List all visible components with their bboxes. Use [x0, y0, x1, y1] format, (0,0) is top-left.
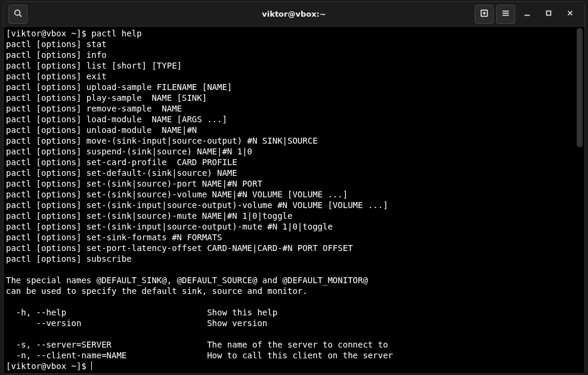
svg-line-1 — [20, 15, 22, 17]
maximize-icon — [544, 8, 553, 20]
hamburger-icon — [502, 8, 510, 20]
menu-button[interactable] — [496, 5, 515, 24]
close-icon — [566, 8, 574, 20]
scrollbar[interactable] — [577, 28, 583, 371]
scrollbar-thumb[interactable] — [577, 28, 583, 147]
minimize-icon — [523, 8, 531, 20]
command-output: pactl [options] stat pactl [options] inf… — [6, 39, 393, 360]
new-tab-button[interactable] — [475, 5, 494, 24]
terminal-window: viktor@vbox:~ [viktor@vb — [3, 1, 585, 374]
new-tab-icon — [480, 8, 488, 20]
minimize-button[interactable] — [518, 5, 537, 24]
svg-rect-9 — [547, 11, 551, 16]
prompt: [viktor@vbox ~]$ — [6, 29, 91, 38]
search-button[interactable] — [8, 5, 27, 24]
entered-command: pactl help — [91, 29, 141, 38]
text-cursor — [91, 361, 92, 370]
titlebar: viktor@vbox:~ — [4, 2, 584, 27]
prompt: [viktor@vbox ~]$ — [6, 361, 91, 371]
close-button[interactable] — [561, 5, 580, 24]
search-icon — [14, 8, 22, 20]
terminal-content[interactable]: [viktor@vbox ~]$ pactl help pactl [optio… — [4, 27, 584, 373]
maximize-button[interactable] — [539, 5, 558, 24]
svg-point-0 — [15, 10, 20, 16]
